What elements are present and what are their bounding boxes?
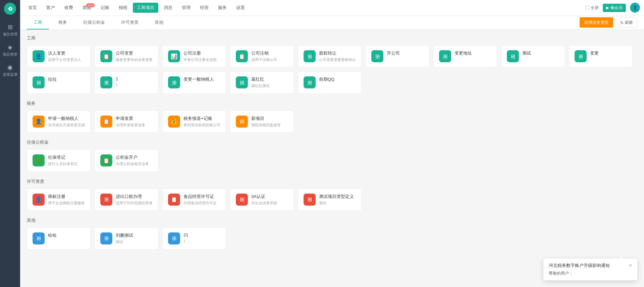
card-change-address[interactable]: ⊞ 变更地址 [433, 45, 497, 67]
nav-ticket[interactable]: 票据 new [78, 3, 95, 13]
section-other: 其他 ⊞ 哈哈 ⊞ 刘鹏测试 测试 [27, 217, 637, 249]
tab-xuke[interactable]: 许可资质 [114, 15, 145, 29]
test-title: 测试 [522, 50, 531, 56]
card-import-export[interactable]: ⊞ 进出口权办理 适用于对外贸易经营者 [95, 189, 158, 211]
other-cards-grid: ⊞ 哈哈 ⊞ 刘鹏测试 测试 ⊞ [27, 227, 637, 249]
card-guhonghong[interactable]: ⊞ 葛红红 葛红红测试 [230, 71, 294, 93]
tax-report-title: 税务报道+记账 [183, 116, 220, 122]
3a-cert-desc: 对企业信誉评级 [251, 201, 277, 206]
nav-industrial[interactable]: 工商项目 [133, 3, 158, 13]
trademark-title: 商标注册 [48, 194, 85, 200]
fullscreen-button[interactable]: ⛶ 全屏 [585, 5, 599, 11]
nav-tax[interactable]: 报税 [115, 3, 131, 13]
card-one[interactable]: ⊞ 1 1 [95, 71, 158, 93]
food-license-icon: 📋 [168, 194, 180, 206]
card-company-register[interactable]: 📊 公司注册 申请公司注册全流程 [162, 45, 226, 67]
card-change[interactable]: ⊞ 变更 [569, 45, 633, 67]
nav-message[interactable]: 消息 [160, 3, 176, 13]
tabs-actions: 新增业务类型 ↻ 刷新 [580, 17, 637, 28]
card-lala[interactable]: ⊞ 拉拉 [27, 71, 91, 93]
liupeng-test-icon: ⊞ [100, 232, 112, 244]
nav-billing[interactable]: 收费 [60, 3, 77, 13]
sidebar-item-project-type[interactable]: ◈ 项目类型 [0, 40, 20, 60]
card-change-taxpayer[interactable]: ⊞ 变更一般纳税人 [162, 71, 226, 93]
apply-invoice-title: 申请发票 [116, 116, 145, 122]
scroll-content: 工商 👤 法人变更 适用于公司变更法人 📋 公司变更 股权变更外的业务变更 [20, 30, 644, 287]
nav-customer[interactable]: 客户 [42, 3, 59, 13]
liupeng-test-desc: 测试 [116, 239, 133, 244]
card-tax-report[interactable]: 💰 税务报道+记账 拿到营业执照的新公司 [162, 111, 226, 133]
section-other-title: 其他 [27, 217, 637, 223]
nav-settings[interactable]: 设置 [232, 3, 249, 13]
avatar[interactable]: 👤 [630, 3, 640, 13]
tax-report-icon: 💰 [168, 116, 180, 128]
card-company-cancel[interactable]: 📋 公司注销 适用于注销公司 [230, 45, 294, 67]
one-desc: 1 [116, 82, 118, 87]
tab-shebao[interactable]: 社保公积金 [76, 15, 112, 29]
card-test[interactable]: ⊞ 测试 [501, 45, 565, 67]
notification-close-button[interactable]: × [629, 263, 632, 269]
section-shebao-title: 社保公积金 [27, 139, 637, 145]
card-apply-taxpayer[interactable]: 👤 申请一般纳税人 当月或次月成变更完成 [27, 111, 91, 133]
tab-other[interactable]: 其他 [148, 15, 170, 29]
member-button[interactable]: ▶ 畅会员 [603, 4, 626, 12]
refresh-button[interactable]: ↻ 刷新 [616, 17, 637, 28]
section-gongshang-title: 工商 [27, 35, 637, 41]
card-apply-invoice[interactable]: 📋 申请发票 办理申请发票业务 [95, 111, 158, 133]
front-qq-title: 前期QQ [319, 76, 334, 82]
legal-change-desc: 适用于公司变更法人 [48, 57, 81, 62]
card-twentyone[interactable]: ⊞ 21 1 [162, 227, 226, 249]
card-equity-transfer[interactable]: ⊞ 股权转让 公司变更需要股权转让 [298, 45, 362, 67]
notification-header: 河北税务数字账户升级影响通知 × [549, 263, 632, 269]
3a-cert-icon: ⊞ [236, 194, 248, 206]
content-area: 工商 税务 社保公积金 许可资质 其他 新增业务类型 ↻ 刷新 工商 👤 [20, 15, 644, 287]
company-register-title: 公司注册 [183, 50, 217, 56]
sidebar-item-project-type-label: 项目类型 [3, 52, 17, 57]
nav-items: 首页 客户 收费 票据 new 记账 报税 工商项目 消息 管理 经营 服务 设… [24, 3, 585, 13]
social-register-icon: 🌿 [33, 154, 45, 166]
card-company-change[interactable]: 📋 公司变更 股权变更外的业务变更 [95, 45, 158, 67]
nav-service[interactable]: 服务 [214, 3, 231, 13]
member-icon: ▶ [606, 5, 609, 10]
nav-accounting[interactable]: 记账 [97, 3, 113, 13]
lala-title: 拉拉 [48, 76, 57, 82]
card-open-company[interactable]: ⊞ 开公司 [366, 45, 429, 67]
guhonghong-icon: ⊞ [236, 76, 248, 88]
apply-taxpayer-title: 申请一般纳税人 [48, 116, 85, 122]
change-icon: ⊞ [575, 50, 587, 62]
nav-home[interactable]: 首页 [24, 3, 41, 13]
card-test-type[interactable]: ⊞ 测试项目类型定义 测试 [298, 189, 362, 211]
tab-gongshang[interactable]: 工商 [27, 15, 49, 29]
card-liupeng-test[interactable]: ⊞ 刘鹏测试 测试 [95, 227, 158, 249]
company-change-desc: 股权变更外的业务变更 [116, 57, 153, 62]
apply-invoice-icon: 📋 [100, 116, 112, 128]
apply-taxpayer-desc: 当月或次月成变更完成 [48, 123, 85, 128]
tab-shuiwu[interactable]: 税务 [52, 15, 74, 29]
haha-icon: ⊞ [33, 232, 45, 244]
sidebar-item-project-manage[interactable]: ⊞ 项目管理 [0, 20, 20, 40]
card-social-register[interactable]: 🌿 社保登记 进行人员社保登记 [27, 149, 91, 171]
card-legal-change[interactable]: 👤 法人变更 适用于公司变更法人 [27, 45, 91, 67]
nav-manage[interactable]: 管理 [178, 3, 195, 13]
food-license-desc: 办理食品经营许可证 [183, 201, 217, 206]
liupeng-test-title: 刘鹏测试 [116, 232, 133, 238]
sidebar: ✿ ⊞ 项目管理 ◈ 项目类型 ◉ 进度监测 [0, 0, 20, 287]
top-nav: 首页 客户 收费 票据 new 记账 报税 工商项目 消息 管理 经营 服务 设… [20, 0, 644, 15]
card-front-qq[interactable]: ⊞ 前期QQ [298, 71, 362, 93]
app-logo: ✿ [4, 3, 16, 15]
trademark-icon: 👤 [33, 194, 45, 206]
card-food-license[interactable]: 📋 食品经营许可证 办理食品经营许可证 [162, 189, 226, 211]
card-haha[interactable]: ⊞ 哈哈 [27, 227, 91, 249]
sidebar-item-progress-monitor[interactable]: ◉ 进度监测 [0, 60, 20, 80]
change-address-icon: ⊞ [439, 50, 451, 62]
apply-taxpayer-icon: 👤 [33, 116, 45, 128]
card-3a-cert[interactable]: ⊞ 3A认证 对企业信誉评级 [230, 189, 294, 211]
card-new-project[interactable]: ⊞ 新项目 报税加税控盘保管 [230, 111, 294, 133]
card-trademark[interactable]: 👤 商标注册 用于企业商标注册服务 [27, 189, 91, 211]
food-license-title: 食品经营许可证 [183, 194, 217, 200]
nav-operation[interactable]: 经营 [196, 3, 213, 13]
lala-icon: ⊞ [33, 76, 45, 88]
progress-monitor-icon: ◉ [7, 64, 13, 71]
new-type-button[interactable]: 新增业务类型 [580, 17, 613, 28]
card-fund-open[interactable]: 📋 公积金开户 办理公积金相关业务 [95, 149, 158, 171]
